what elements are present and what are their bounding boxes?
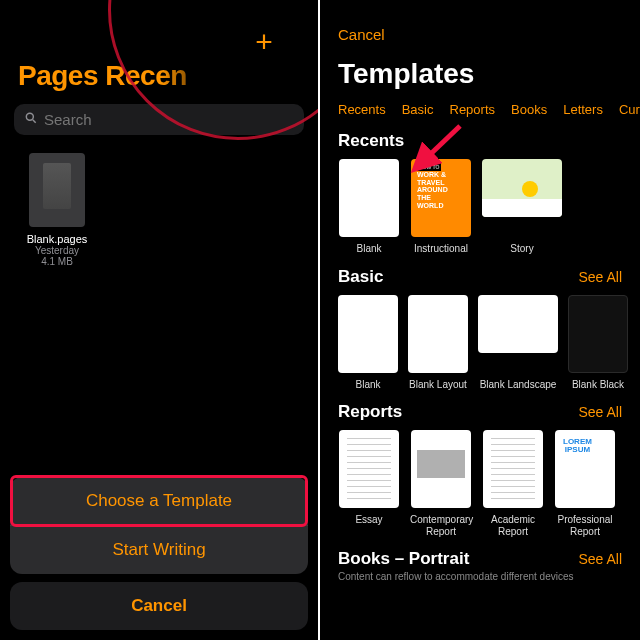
document-thumbnail	[29, 153, 85, 227]
template-blank[interactable]: Blank	[338, 159, 400, 255]
page-title: Templates	[320, 50, 640, 94]
tab-reports[interactable]: Reports	[450, 102, 496, 117]
template-story[interactable]: Story	[482, 159, 562, 255]
template-thumbnail	[339, 430, 399, 508]
cancel-button[interactable]: Cancel	[10, 582, 308, 630]
tab-recents[interactable]: Recents	[338, 102, 386, 117]
template-professional-report[interactable]: Professional Report	[554, 430, 616, 537]
template-essay[interactable]: Essay	[338, 430, 400, 537]
documents-grid: Blank.pages Yesterday 4.1 MB	[0, 145, 318, 275]
document-name: Blank.pages	[14, 233, 100, 245]
template-thumbnail	[339, 159, 399, 237]
section-books: Books – Portrait See All	[320, 545, 640, 569]
templates-screen: Cancel Templates Recents Basic Reports B…	[320, 0, 640, 640]
section-basic: Basic See All Blank Blank Layout Blank L…	[320, 263, 640, 399]
svg-line-1	[33, 120, 36, 123]
category-tabs: Recents Basic Reports Books Letters Curr…	[320, 94, 640, 127]
tab-letters[interactable]: Letters	[563, 102, 603, 117]
start-writing-button[interactable]: Start Writing	[10, 526, 308, 574]
nav-bar: Cancel	[320, 0, 640, 50]
section-title: Recents	[338, 131, 404, 151]
template-blank-landscape[interactable]: Blank Landscape	[478, 295, 558, 391]
section-subtitle: Content can reflow to accommodate differ…	[320, 571, 640, 582]
section-reports: Reports See All Essay Contemporary Repor…	[320, 398, 640, 545]
cancel-link[interactable]: Cancel	[338, 26, 385, 43]
page-title: Pages Recen	[18, 60, 300, 92]
tab-basic[interactable]: Basic	[402, 102, 434, 117]
section-recents: Recents Blank Instructional Story	[320, 127, 640, 263]
template-thumbnail	[338, 295, 398, 373]
see-all-link[interactable]: See All	[578, 269, 622, 285]
template-contemporary-report[interactable]: Contemporary Report	[410, 430, 472, 537]
search-field[interactable]	[44, 111, 294, 128]
template-thumbnail	[555, 430, 615, 508]
choose-template-button[interactable]: Choose a Template	[10, 477, 308, 525]
document-date: Yesterday	[14, 245, 100, 256]
template-blank-black[interactable]: Blank Black	[568, 295, 628, 391]
header: Pages Recen +	[0, 0, 318, 100]
see-all-link[interactable]: See All	[578, 551, 622, 567]
plus-icon: +	[255, 25, 273, 58]
template-thumbnail	[483, 430, 543, 508]
template-thumbnail	[411, 159, 471, 237]
svg-point-0	[26, 113, 33, 120]
search-icon	[24, 111, 38, 128]
search-input[interactable]	[14, 104, 304, 135]
tab-books[interactable]: Books	[511, 102, 547, 117]
see-all-link[interactable]: See All	[578, 404, 622, 420]
document-item[interactable]: Blank.pages Yesterday 4.1 MB	[14, 153, 100, 267]
template-blank-layout[interactable]: Blank Layout	[408, 295, 468, 391]
document-size: 4.1 MB	[14, 256, 100, 267]
section-title: Books – Portrait	[338, 549, 469, 569]
action-sheet-group: Choose a Template Start Writing	[10, 477, 308, 574]
tab-curriculum[interactable]: Curric	[619, 102, 640, 117]
template-thumbnail	[482, 159, 562, 217]
new-document-button[interactable]: +	[250, 28, 278, 56]
pages-recents-screen: Pages Recen + Blank.pages Yesterday 4.1 …	[0, 0, 320, 640]
section-title: Basic	[338, 267, 383, 287]
template-thumbnail	[568, 295, 628, 373]
template-thumbnail	[478, 295, 558, 353]
template-instructional[interactable]: Instructional	[410, 159, 472, 255]
template-thumbnail	[411, 430, 471, 508]
section-title: Reports	[338, 402, 402, 422]
template-academic-report[interactable]: Academic Report	[482, 430, 544, 537]
template-thumbnail	[408, 295, 468, 373]
template-blank[interactable]: Blank	[338, 295, 398, 391]
action-sheet: Choose a Template Start Writing Cancel	[0, 477, 318, 640]
